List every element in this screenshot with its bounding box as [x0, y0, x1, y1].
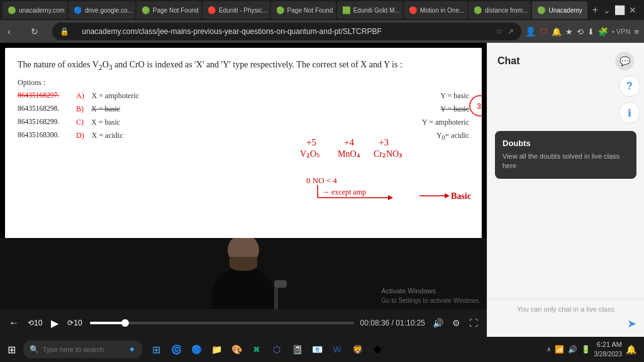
tray-notification[interactable]: 🔔	[626, 344, 636, 354]
option-d: 86435168300. D) X = acidic Y0= acidic	[18, 131, 469, 141]
tab-eduniti[interactable]: 🔴 Eduniti - Physic... ✕	[203, 1, 270, 19]
tab-favicon: 🟢	[8, 6, 16, 14]
taskbar-edge[interactable]: 🌀	[167, 341, 185, 358]
start-button[interactable]: ⊞	[3, 341, 21, 358]
volume-button[interactable]: 🔊	[431, 317, 445, 329]
taskbar-onenote[interactable]: 📓	[288, 341, 306, 358]
info-button[interactable]: ℹ	[619, 102, 640, 123]
history-icon[interactable]: ⟲	[577, 27, 584, 37]
option-c: 86435168299. C) X = basic Y = amphoteric	[18, 118, 469, 127]
activate-windows-title: Activate Windows	[381, 286, 480, 297]
total-time: 01:10:25	[396, 319, 425, 327]
taskbar-multitask[interactable]: ⊞	[147, 341, 165, 358]
svg-text:Cr₂NO₃: Cr₂NO₃	[374, 149, 402, 159]
svg-point-14	[470, 96, 482, 116]
taskbar-explorer[interactable]: 📁	[208, 341, 225, 358]
play-button[interactable]: ▶	[50, 316, 60, 331]
bookmark-list-icon[interactable]: ★	[565, 27, 573, 37]
tab-eduniti-gold[interactable]: 🟩 Eduniti Gold M... ✕	[337, 1, 402, 19]
svg-text:3: 3	[477, 101, 481, 111]
time-display: 00:08:36 / 01:10:25	[360, 319, 425, 327]
forward-button[interactable]: ›	[17, 25, 25, 38]
browser-controls: ‹ › ↻ 🔒 ☆ ↗ 👤 🛡 🔔 ★ ⟲ ⬇ 🧩 • VPN ≡	[0, 20, 644, 43]
chat-settings-button[interactable]: 💬	[615, 52, 634, 71]
restore-button[interactable]: ⬜	[614, 5, 625, 15]
settings-button[interactable]: ⚙	[451, 317, 462, 329]
taskbar-paint[interactable]: 🎨	[228, 341, 245, 358]
chat-title: Chat	[497, 55, 520, 67]
option-d-id: 86435168300.	[18, 131, 71, 139]
taskbar-app2[interactable]: ⬟	[369, 341, 386, 358]
notification-icon[interactable]: 🔔	[552, 27, 562, 37]
option-c-y: Y = amphoteric	[422, 118, 469, 127]
option-a-x: X = amphoteric	[92, 91, 139, 101]
svg-marker-12	[445, 193, 450, 198]
svg-marker-9	[388, 195, 393, 200]
taskbar-chrome[interactable]: 🔵	[187, 341, 205, 358]
chat-footer: You can only chat in a live class ➤	[487, 298, 644, 337]
tab-favicon: 🟢	[474, 6, 482, 14]
video-content: The nature of oxides V2O3 and CrO is ind…	[0, 43, 487, 309]
taskbar-word[interactable]: W	[328, 341, 346, 358]
slide-area: The nature of oxides V2O3 and CrO is ind…	[5, 48, 482, 249]
option-c-x: X = basic	[91, 118, 120, 127]
search-input[interactable]	[43, 346, 125, 353]
vpn-label: • VPN	[612, 28, 631, 35]
tray-network[interactable]: 📶	[555, 345, 564, 354]
close-button[interactable]: ✕	[629, 5, 636, 15]
address-bar[interactable]	[74, 23, 491, 40]
rewind-button[interactable]: ←	[8, 316, 20, 330]
tray-volume[interactable]: 🔊	[568, 345, 577, 354]
progress-thumb[interactable]	[121, 319, 129, 327]
progress-bar[interactable]	[90, 322, 354, 324]
bookmark-icon[interactable]: ☆	[496, 27, 502, 36]
clock-date: 3/28/2023	[594, 350, 623, 359]
taskbar-excel[interactable]: ✖	[248, 341, 265, 358]
forward10-button[interactable]: ⟳10	[66, 317, 83, 329]
option-a-id: 86435168297.	[18, 91, 71, 99]
minimize-button[interactable]: ⌄	[603, 5, 611, 15]
tab-distance[interactable]: 🟢 distance from... ✕	[469, 1, 531, 19]
tab-unacademy-active[interactable]: 🟢 Unacademy ✕	[532, 1, 587, 19]
clock[interactable]: 6:21 AM 3/28/2023	[594, 340, 623, 358]
question-mark-button[interactable]: ?	[619, 76, 640, 97]
option-b-id: 86435168298.	[18, 105, 71, 112]
tab-favicon: 🟢	[142, 6, 150, 14]
option-c-id: 86435168299.	[18, 118, 71, 125]
menu-icon[interactable]: ≡	[634, 27, 639, 37]
tray-caret[interactable]: ∧	[547, 346, 551, 353]
question-icon: ?	[626, 81, 633, 92]
video-area: The nature of oxides V2O3 and CrO is ind…	[0, 43, 487, 337]
extensions-icon[interactable]: 🧩	[598, 27, 608, 37]
refresh-button[interactable]: ↻	[28, 25, 41, 38]
rewind10-button[interactable]: ⟲10	[26, 317, 43, 329]
svg-text:Basic: Basic	[451, 191, 471, 201]
downloads-icon[interactable]: ⬇	[587, 27, 594, 37]
tab-favicon: 🔴	[409, 6, 418, 14]
doubts-description: View all the doubts solved in live class…	[502, 152, 629, 171]
chat-header: Chat 💬	[487, 43, 644, 76]
taskbar-outlook[interactable]: 📧	[308, 341, 326, 358]
taskbar-teams[interactable]: ⬡	[268, 341, 286, 358]
info-icon: ℹ	[628, 107, 631, 119]
fullscreen-button[interactable]: ⛶	[468, 317, 479, 329]
tab-unacademy[interactable]: 🟢 unacademy.com ✕	[3, 1, 67, 19]
share-icon[interactable]: ↗	[508, 27, 514, 36]
tab-favicon: 🔴	[208, 6, 216, 14]
tab-favicon: 🟩	[342, 6, 351, 14]
tab-notfound2[interactable]: 🟢 Page Not Found ✕	[271, 1, 336, 19]
search-box[interactable]: 🔍 ✦	[23, 341, 142, 358]
doubts-card: Doubts View all the doubts solved in liv…	[495, 131, 636, 179]
taskbar-brave[interactable]: 🦁	[348, 341, 366, 358]
system-tray: ∧ 📶 🔊 🔋 6:21 AM 3/28/2023 🔔	[541, 340, 642, 358]
svg-text:0 NO < 4: 0 NO < 4	[306, 176, 337, 185]
tab-notfound1[interactable]: 🟢 Page Not Found ✕	[136, 1, 201, 19]
new-tab-button[interactable]: +	[589, 4, 602, 16]
tray-battery[interactable]: 🔋	[581, 345, 591, 354]
send-button[interactable]: ➤	[627, 317, 636, 331]
back-button[interactable]: ‹	[5, 25, 13, 38]
tab-motion[interactable]: 🔴 Motion in One... ✕	[404, 1, 467, 19]
profile-icon[interactable]: 👤	[525, 26, 536, 37]
tab-drive[interactable]: 🔵 drive.google.co... ✕	[69, 1, 135, 19]
svg-text:→ except amp: → except amp	[322, 188, 366, 196]
